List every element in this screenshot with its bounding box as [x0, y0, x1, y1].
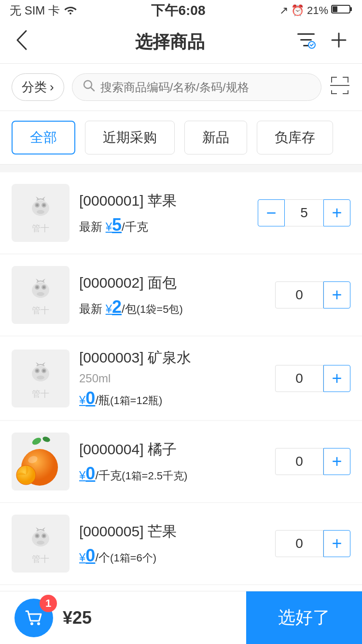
product-info: [0000003] 矿泉水 250ml ¥0/瓶(1箱=12瓶) [79, 348, 265, 408]
svg-point-60 [37, 622, 40, 625]
quantity-input[interactable] [275, 281, 323, 308]
cart-button[interactable]: 1 [14, 599, 53, 637]
quantity-control: + [275, 530, 350, 557]
product-name: [0000004] 橘子 [79, 440, 265, 460]
quantity-increase-button[interactable]: + [323, 365, 350, 392]
filter-tabs: 全部 近期采购 新品 负库存 [0, 111, 362, 165]
owl-logo-text: 管十 [32, 388, 49, 400]
svg-rect-4 [300, 39, 312, 41]
battery-icon [331, 4, 352, 17]
quantity-increase-button[interactable]: + [323, 281, 350, 308]
page-title: 选择商品 [135, 30, 205, 54]
svg-point-34 [37, 376, 44, 379]
nav-bar: 选择商品 [0, 21, 362, 64]
cart-icon [23, 607, 44, 629]
search-icon [82, 79, 96, 96]
search-input-wrap [72, 73, 321, 101]
svg-rect-13 [331, 90, 332, 94]
quantity-input[interactable] [275, 448, 323, 475]
svg-point-32 [36, 369, 39, 372]
quantity-increase-button[interactable]: + [323, 530, 350, 557]
svg-point-33 [43, 369, 45, 372]
svg-point-20 [36, 204, 39, 207]
list-item: 管十 [0000005] 芒果 ¥0/个(1箱=6个) + [0, 503, 362, 584]
svg-rect-15 [348, 90, 348, 94]
cart-total: ¥25 [63, 608, 92, 628]
tab-all[interactable]: 全部 [12, 121, 75, 154]
svg-point-59 [30, 622, 33, 625]
bottom-bar: 1 ¥25 选好了 [0, 591, 362, 644]
quantity-control: − + [258, 199, 350, 226]
quantity-increase-button[interactable]: + [323, 199, 350, 226]
svg-point-46 [37, 541, 44, 545]
category-button[interactable]: 分类 › [12, 73, 64, 101]
svg-rect-9 [331, 77, 332, 83]
svg-point-21 [43, 204, 45, 207]
product-info: [0000004] 橘子 ¥0/千克(1箱=2.5千克) [79, 440, 265, 484]
list-item: 管十 [0000003] 矿泉水 250ml ¥0/瓶(1箱=12瓶) + [0, 336, 362, 420]
svg-point-35 [31, 436, 42, 446]
product-info: [0000001] 苹果 最新 ¥5/千克 [79, 191, 248, 235]
quantity-control: + [275, 448, 350, 475]
category-chevron-icon: › [50, 80, 54, 95]
filter-icon[interactable] [296, 31, 316, 53]
status-bar: 无 SIM 卡 下午6:08 ↗ ⏰ 21% [0, 0, 362, 21]
category-label: 分类 [22, 79, 47, 96]
svg-point-44 [36, 535, 39, 537]
owl-logo-text: 管十 [32, 305, 49, 316]
owl-logo: 管十 [26, 274, 55, 316]
owl-logo: 管十 [26, 522, 55, 565]
tab-negative-stock[interactable]: 负库存 [257, 121, 333, 154]
svg-point-26 [36, 286, 39, 289]
scan-icon[interactable] [329, 75, 350, 99]
svg-rect-1 [350, 7, 352, 11]
alarm-icon: ⏰ [291, 4, 304, 17]
product-price: ¥0/个(1箱=6个) [79, 546, 265, 566]
tab-recent-purchase[interactable]: 近期采购 [85, 121, 175, 154]
svg-point-27 [43, 286, 45, 289]
search-input[interactable] [100, 81, 311, 94]
product-name: [0000001] 苹果 [79, 191, 248, 211]
quantity-increase-button[interactable]: + [323, 448, 350, 475]
owl-logo: 管十 [26, 357, 55, 400]
product-image: 管十 [12, 350, 70, 407]
svg-point-28 [37, 292, 44, 296]
divider [0, 165, 362, 172]
cart-area: 1 ¥25 [0, 599, 246, 637]
product-image: 管十 [12, 266, 70, 324]
svg-rect-11 [348, 77, 348, 83]
product-price: ¥0/瓶(1箱=12瓶) [79, 388, 265, 408]
status-right: ↗ ⏰ 21% [279, 4, 352, 17]
owl-logo: 管十 [26, 192, 55, 234]
status-time: 下午6:08 [151, 1, 205, 20]
list-item: 管十 [0000002] 面包 最新 ¥2/包(1袋=5包) + [0, 254, 362, 336]
tab-new[interactable]: 新品 [184, 121, 247, 154]
svg-rect-16 [330, 85, 349, 86]
quantity-control: + [275, 365, 350, 392]
svg-point-22 [37, 210, 44, 214]
product-info: [0000002] 面包 最新 ¥2/包(1袋=5包) [79, 273, 265, 317]
quantity-input[interactable] [275, 365, 323, 392]
confirm-button[interactable]: 选好了 [246, 591, 362, 644]
quantity-input[interactable] [285, 199, 323, 226]
svg-rect-2 [333, 6, 337, 12]
product-image: 管十 [12, 184, 70, 242]
product-name: [0000005] 芒果 [79, 522, 265, 542]
back-button[interactable] [14, 29, 43, 56]
svg-rect-3 [297, 33, 315, 35]
location-icon: ↗ [279, 4, 288, 17]
quantity-input[interactable] [275, 530, 323, 557]
product-price: 最新 ¥5/千克 [79, 215, 248, 235]
wifi-icon [64, 4, 77, 17]
product-spec: 250ml [79, 372, 265, 385]
svg-point-45 [43, 535, 45, 537]
owl-logo-text: 管十 [32, 223, 49, 234]
add-product-button[interactable] [330, 31, 348, 53]
owl-logo-text: 管十 [32, 553, 49, 565]
sim-status: 无 SIM 卡 [10, 3, 60, 18]
list-item: [0000004] 橘子 ¥0/千克(1箱=2.5千克) + [0, 421, 362, 502]
cart-badge: 1 [40, 595, 57, 612]
quantity-decrease-button[interactable]: − [258, 199, 285, 226]
product-name: [0000003] 矿泉水 [79, 348, 265, 368]
search-bar: 分类 › [0, 64, 362, 111]
